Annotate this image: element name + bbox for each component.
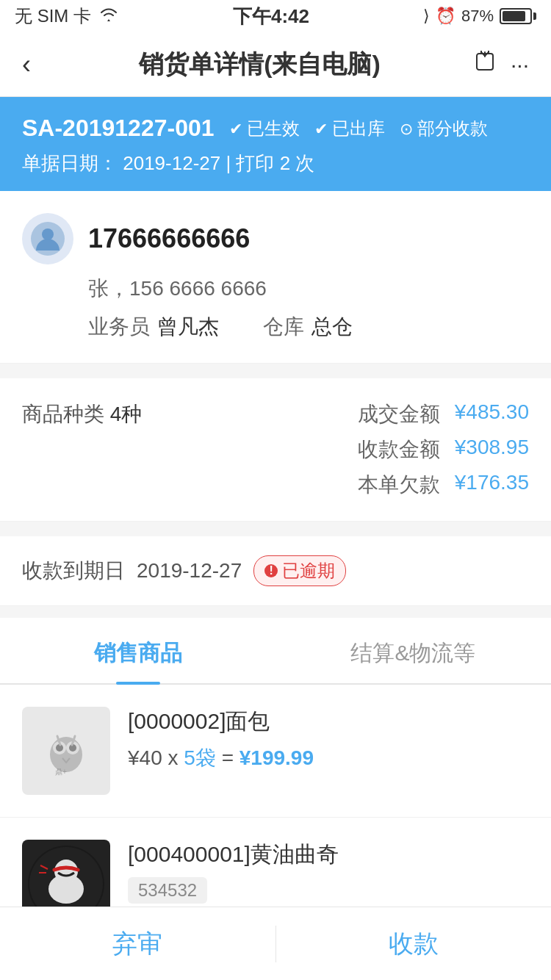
svg-point-11 — [54, 860, 78, 883]
wifi-icon — [98, 6, 119, 26]
category-label: 商品种类 — [22, 403, 104, 425]
carrier-text: 无 SIM 卡 — [15, 4, 91, 28]
status-bar-time: 下午4:42 — [233, 4, 309, 29]
product-info-1: [0000002]面包 ¥40 x 5袋 = ¥199.99 — [128, 707, 529, 772]
warehouse-meta: 仓库 总仓 — [263, 313, 353, 341]
battery-icon — [500, 8, 536, 24]
table-row: 鼎+ [0000002]面包 ¥40 x 5袋 = ¥199.99 — [0, 685, 551, 818]
nav-actions: ··· — [474, 51, 529, 78]
location-icon: ⟩ — [423, 7, 430, 26]
order-date-row: 单据日期： 2019-12-27 | 打印 2 次 — [22, 151, 529, 176]
overdue-text: 已逾期 — [282, 559, 335, 583]
print-info: | 打印 2 次 — [226, 152, 314, 174]
tabs-section: 销售商品 结算&物流等 — [0, 618, 551, 685]
due-date-section: 收款到期日 2019-12-27 ! 已逾期 — [0, 536, 551, 606]
overdue-badge: ! 已逾期 — [253, 555, 346, 586]
stats-section: 商品种类 4种 成交金额 ¥485.30 收款金额 ¥308.95 本单欠款 ¥… — [0, 378, 551, 522]
category-stat: 商品种类 4种 — [22, 400, 142, 428]
product-name-1: [0000002]面包 — [128, 707, 529, 737]
sales-value: 曾凡杰 — [157, 313, 219, 341]
order-number: SA-20191227-001 — [22, 115, 215, 142]
nav-bar: ‹ 销货单详情(来自电脑) ··· — [0, 32, 551, 97]
status-bar-right: ⟩ ⏰ 87% — [423, 7, 536, 26]
debt-stat: 本单欠款 ¥176.35 — [358, 471, 529, 499]
received-stat: 收款金额 ¥308.95 — [358, 436, 529, 464]
share-icon[interactable] — [474, 51, 496, 78]
avatar — [22, 213, 73, 264]
status-active-badge: 已生效 — [229, 117, 300, 140]
overdue-dot-icon: ! — [264, 564, 278, 577]
received-label: 收款金额 — [358, 436, 440, 464]
svg-point-2 — [50, 737, 82, 772]
nav-title: 销货单详情(来自电脑) — [46, 48, 474, 82]
amount-value: ¥485.30 — [455, 400, 529, 428]
customer-section: 17666666666 张，156 6666 6666 业务员 曾凡杰 仓库 总… — [0, 191, 551, 364]
sales-meta: 业务员 曾凡杰 — [88, 313, 219, 341]
sales-label: 业务员 — [88, 313, 150, 341]
cancel-button[interactable]: 弃审 — [0, 927, 276, 961]
debt-label: 本单欠款 — [358, 471, 440, 499]
order-date: 2019-12-27 — [123, 152, 220, 174]
header-banner: SA-20191227-001 已生效 已出库 部分收款 单据日期： 2019-… — [0, 97, 551, 191]
bottom-bar: 弃审 收款 — [0, 907, 551, 980]
check-icon-shipped — [314, 118, 328, 139]
price-eq-1: = — [216, 746, 240, 769]
customer-name-phone: 张，156 6666 6666 — [22, 275, 529, 303]
product-thumbnail-1: 鼎+ — [22, 707, 110, 795]
avatar-icon — [31, 222, 65, 256]
received-value: ¥308.95 — [455, 436, 529, 464]
price-qty-1: 5袋 — [184, 746, 216, 769]
customer-id: 17666666666 — [88, 223, 250, 254]
customer-meta: 业务员 曾凡杰 仓库 总仓 — [22, 313, 529, 341]
debt-value: ¥176.35 — [455, 471, 529, 499]
product-sku-2: 534532 — [128, 877, 207, 904]
more-icon[interactable]: ··· — [511, 52, 529, 77]
confirm-button[interactable]: 收款 — [276, 927, 552, 961]
tab-settlement[interactable]: 结算&物流等 — [276, 618, 551, 683]
warehouse-value: 总仓 — [311, 313, 353, 341]
product-name-2: [000400001]黄油曲奇 — [128, 840, 529, 870]
due-label: 收款到期日 — [22, 557, 125, 585]
price-base-1: ¥40 x — [128, 746, 184, 769]
svg-text:鼎+: 鼎+ — [55, 768, 67, 776]
tab-sales-products[interactable]: 销售商品 — [0, 618, 276, 683]
amount-stat: 成交金额 ¥485.30 — [358, 400, 529, 428]
amount-label: 成交金额 — [358, 400, 440, 428]
status-partial-badge: 部分收款 — [400, 117, 488, 140]
amount-stats: 成交金额 ¥485.30 收款金额 ¥308.95 本单欠款 ¥176.35 — [358, 400, 529, 499]
back-button[interactable]: ‹ — [22, 49, 31, 80]
category-count: 4种 — [110, 403, 143, 425]
svg-point-1 — [42, 228, 54, 240]
alarm-icon: ⏰ — [436, 7, 455, 26]
price-total-1: ¥199.99 — [240, 746, 314, 769]
clock-icon — [400, 118, 413, 139]
product-price-1: ¥40 x 5袋 = ¥199.99 — [128, 744, 529, 772]
status-bar-left: 无 SIM 卡 — [15, 4, 119, 28]
date-label: 单据日期： — [22, 152, 118, 174]
due-date: 2019-12-27 — [137, 559, 242, 583]
battery-percent: 87% — [461, 7, 494, 26]
check-icon-active — [229, 118, 242, 139]
status-shipped-badge: 已出库 — [314, 117, 385, 140]
warehouse-label: 仓库 — [263, 313, 304, 341]
status-bar: 无 SIM 卡 下午4:42 ⟩ ⏰ 87% — [0, 0, 551, 32]
